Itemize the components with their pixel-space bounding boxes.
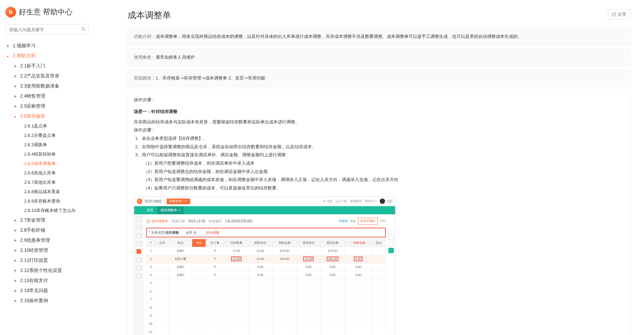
table-cell: 0.00 xyxy=(320,263,344,271)
code-value: CA-20191229-001 xyxy=(225,218,253,224)
table-cell: 17.00 xyxy=(224,247,249,255)
table-cell xyxy=(372,303,385,312)
rail-icon[interactable] xyxy=(137,241,141,246)
template-link[interactable]: 模板 xyxy=(350,218,356,224)
table-cell xyxy=(155,328,169,335)
mock-tabs: 首页 成本调整单 × xyxy=(134,206,395,214)
nav-2-13[interactable]: ✚2.13在线支付 xyxy=(13,276,89,286)
nav-docs[interactable]: ●2.帮助文档 xyxy=(5,51,89,61)
table-row: 1仓库A个17.0010.00170.00170.00 xyxy=(147,247,386,255)
table-cell: 0.00 xyxy=(320,271,344,279)
plus-icon: ✚ xyxy=(13,84,17,89)
table-cell: 10.00 xyxy=(224,255,249,263)
table-cell xyxy=(249,328,273,335)
minus-icon: ● xyxy=(5,54,10,58)
table-cell xyxy=(272,320,297,328)
side-icon[interactable] xyxy=(388,234,394,240)
mock-table: #仓库商品单位主计量结存数量调前单价调前金额调后单价调后金额* 调整金额货位 1… xyxy=(146,239,386,335)
print-button[interactable]: 打印 xyxy=(380,218,386,224)
nav-2-12[interactable]: ✚2.12系统个性化设置 xyxy=(13,266,89,276)
nav-label: 2.5采购管理 xyxy=(20,103,45,109)
nav-tree: ✚1.视频学习 ●2.帮助文档 ✚2.1新手入门 ✚2.2产品安装及登录 ✚2.… xyxy=(5,41,89,306)
share-icon xyxy=(612,12,616,16)
avatar xyxy=(380,199,385,204)
nav-2-6-6[interactable]: 2.6.6其他入库单 xyxy=(24,168,89,178)
table-cell xyxy=(272,295,297,303)
nav-video[interactable]: ✚1.视频学习 xyxy=(5,41,89,51)
nav-2-9[interactable]: ✚2.9优惠券管理 xyxy=(13,235,89,245)
nav-2-6-8[interactable]: 2.6.8商品成本重算 xyxy=(24,187,89,197)
filter-label: 业务类型 xyxy=(151,231,165,234)
table-cell xyxy=(344,328,372,335)
share-button[interactable]: 分享 xyxy=(608,9,631,19)
nav-2-6-5[interactable]: 2.6.5成本调整单 xyxy=(24,159,89,168)
rail-icon[interactable] xyxy=(137,225,141,230)
nav-2-8[interactable]: ✚2.8手机旺铺 xyxy=(13,225,89,235)
search-input[interactable] xyxy=(5,24,89,35)
nav-2-6-10[interactable]: 2.6.10库存账本错了怎么办 xyxy=(24,206,89,215)
rail-icon[interactable] xyxy=(137,233,141,238)
table-cell xyxy=(272,279,297,287)
rail-icon[interactable] xyxy=(137,273,141,278)
svg-point-0 xyxy=(82,27,85,30)
plus-icon: ✚ xyxy=(13,74,17,78)
table-cell xyxy=(272,287,297,295)
table-cell xyxy=(206,279,224,287)
col-header: 调前单价 xyxy=(249,239,273,247)
nav-2-15[interactable]: ✚2.15操作案例 xyxy=(13,296,89,306)
table-cell: 个 xyxy=(206,271,224,279)
nav-2-6-1[interactable]: 2.6.1盘点单 xyxy=(24,121,89,131)
nav-2-6-4[interactable]: 2.6.4组装拆卸单 xyxy=(24,150,89,159)
brand: b 好生意 帮助中心 xyxy=(5,7,89,17)
nav-2-6-9[interactable]: 2.6.9库存账本查询 xyxy=(24,197,89,206)
table-cell xyxy=(297,320,321,328)
table-cell: 8 xyxy=(147,303,155,312)
plus-icon: ✚ xyxy=(13,298,17,303)
nav-2-10[interactable]: ✚2.10经营管理 xyxy=(13,245,89,256)
nav-2-6[interactable]: ●2.6库存核算 xyxy=(13,111,89,121)
plus-icon: ✚ xyxy=(13,278,17,283)
table-cell xyxy=(224,295,249,303)
mock-new-button[interactable]: 我要新增一个 xyxy=(167,199,190,204)
nav-label: 2.6库存核算 xyxy=(20,113,45,119)
table-cell xyxy=(155,287,169,295)
rail-icon[interactable] xyxy=(137,257,141,262)
table-cell xyxy=(344,303,372,312)
nav-2-6-7[interactable]: 2.6.7其他出库单 xyxy=(24,178,89,187)
search-icon[interactable] xyxy=(81,27,86,33)
rail-icon[interactable] xyxy=(137,265,141,270)
table-cell xyxy=(192,320,206,328)
rail-icon-active[interactable] xyxy=(137,249,141,254)
close-icon[interactable]: × xyxy=(178,207,180,213)
save-cont-button[interactable]: 保存并继续 xyxy=(358,218,378,225)
nav-label: 2.10经营管理 xyxy=(20,247,48,254)
col-header: 货位 xyxy=(372,239,385,247)
nav-2-14[interactable]: ✚2.14常见问题 xyxy=(13,286,89,296)
nav-2-4[interactable]: ✚2.4销售管理 xyxy=(13,91,89,101)
tab-cost-adjust[interactable]: 成本调整单 × xyxy=(157,206,184,214)
side-icon[interactable] xyxy=(388,248,394,253)
rail-icon[interactable] xyxy=(137,217,141,222)
table-cell xyxy=(249,279,273,287)
nav-label: 2.14常见问题 xyxy=(20,288,48,294)
nav-2-1[interactable]: ✚2.1新手入门 xyxy=(13,61,89,71)
table-cell xyxy=(192,271,206,279)
tab-home[interactable]: 首页 xyxy=(144,206,157,214)
table-cell: 个 xyxy=(206,247,224,255)
nav-2-6-2[interactable]: 2.6.2分量盘点单 xyxy=(24,131,89,140)
nav-2-11[interactable]: ✚2.11打印设置 xyxy=(13,256,89,266)
nav-2-2[interactable]: ✚2.2产品安装及登录 xyxy=(13,71,89,81)
nav-2-7[interactable]: ✚2.7资金管理 xyxy=(13,215,89,225)
side-icon[interactable] xyxy=(388,241,394,246)
quick-link[interactable]: 快捷键 xyxy=(339,218,348,224)
table-cell xyxy=(155,320,169,328)
nav-2-6-3[interactable]: 2.6.3调拨单 xyxy=(24,140,89,150)
table-cell xyxy=(372,328,385,335)
nav-2-5[interactable]: ✚2.5采购管理 xyxy=(13,101,89,111)
table-row: 7 xyxy=(147,295,386,303)
table-cell: 100.00 xyxy=(272,255,297,263)
nav-2-3[interactable]: ✚2.3使用前数据准备 xyxy=(13,81,89,91)
table-cell: 0.00 xyxy=(344,271,372,279)
mock-logo: b xyxy=(137,199,142,204)
table-cell: 10 xyxy=(147,320,155,328)
